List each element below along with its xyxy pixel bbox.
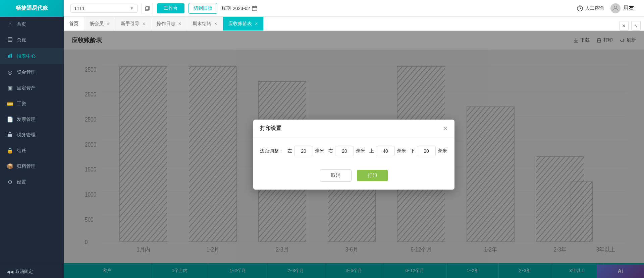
sidebar-label-capital: 资金管理 xyxy=(17,69,36,75)
svg-rect-2 xyxy=(252,6,257,11)
modal-body: 边距调整： 左 毫米 右 毫米 xyxy=(253,138,454,164)
tax-icon: 🏛 xyxy=(7,132,13,138)
collapse-icon: ◀◀ xyxy=(7,269,13,274)
svg-rect-13 xyxy=(9,55,10,58)
tab-guide-close[interactable]: ✕ xyxy=(142,21,146,26)
capital-icon: ◎ xyxy=(7,69,13,75)
bottom-unit-label: 毫米 xyxy=(438,148,447,154)
main-layout: ⌂ 首页 总账 报表中心 xyxy=(0,17,644,278)
tab-member[interactable]: 畅会员 ✕ xyxy=(84,17,115,30)
tab-period-end-close[interactable]: ✕ xyxy=(214,21,217,26)
tab-close-all-button[interactable]: ✕ xyxy=(619,21,629,30)
left-direction-label: 左 xyxy=(287,148,292,154)
margin-row-label: 边距调整： xyxy=(260,148,283,154)
payroll-icon: 💳 xyxy=(7,100,13,107)
sidebar-item-assets[interactable]: ▣ 固定资产 xyxy=(0,80,64,96)
margin-right-group: 右 毫米 xyxy=(328,146,365,156)
tab-guide-label: 新手引导 xyxy=(121,21,140,27)
home-icon: ⌂ xyxy=(7,21,13,27)
sidebar: ⌂ 首页 总账 报表中心 xyxy=(0,17,64,278)
workbench-button[interactable]: 工作台 xyxy=(157,3,184,13)
modal-title: 打印设置 xyxy=(260,125,281,132)
bottom-direction-label: 下 xyxy=(410,148,415,154)
tab-ar-aging-label: 应收账龄表 xyxy=(228,21,252,27)
company-name: 1111 xyxy=(74,6,127,11)
tab-home-label: 首页 xyxy=(69,21,78,27)
svg-rect-9 xyxy=(8,38,12,42)
top-margin-input[interactable] xyxy=(376,146,395,156)
tab-ar-aging-close[interactable]: ✕ xyxy=(255,21,258,26)
settings-icon: ⚙ xyxy=(7,179,13,185)
right-direction-label: 右 xyxy=(328,148,333,154)
assets-icon: ▣ xyxy=(7,85,13,91)
svg-point-8 xyxy=(614,6,617,9)
header-right: 人工咨询 用友 xyxy=(577,3,644,13)
sidebar-item-home[interactable]: ⌂ 首页 xyxy=(0,17,64,32)
invoice-icon: 📄 xyxy=(7,116,13,123)
tab-guide[interactable]: 新手引导 ✕ xyxy=(115,17,151,30)
tabs-right: ✕ ⤡ xyxy=(616,21,644,30)
svg-point-7 xyxy=(580,10,580,10)
tab-oplog[interactable]: 操作日志 ✕ xyxy=(151,17,187,30)
copy-button[interactable] xyxy=(142,3,153,14)
sidebar-label-tax: 税务管理 xyxy=(17,132,36,138)
tab-expand-button[interactable]: ⤡ xyxy=(631,21,641,30)
sidebar-label-archive: 归档管理 xyxy=(17,163,36,169)
archive-icon: 📦 xyxy=(7,163,13,169)
consult-button[interactable]: 人工咨询 xyxy=(577,5,604,11)
sidebar-label-home: 首页 xyxy=(17,21,26,27)
print-settings-dialog: 打印设置 ✕ 边距调整： 左 毫米 右 xyxy=(253,120,454,190)
collapse-label: 取消固定 xyxy=(15,269,33,275)
tab-period-end[interactable]: 期末结转 ✕ xyxy=(187,17,223,30)
period-label: 账期 2023-02 xyxy=(221,5,257,11)
svg-rect-14 xyxy=(11,54,12,58)
header-middle: 1111 ▼ 工作台 切到旧版 账期 2023-02 xyxy=(64,3,577,14)
company-selector[interactable]: 1111 ▼ xyxy=(70,4,138,13)
margin-row: 边距调整： 左 毫米 右 毫米 xyxy=(260,146,448,156)
report-icon xyxy=(7,53,13,60)
svg-rect-12 xyxy=(8,56,9,58)
sidebar-item-payroll[interactable]: 💳 工资 xyxy=(0,96,64,112)
right-margin-input[interactable] xyxy=(335,146,354,156)
sidebar-label-assets: 固定资产 xyxy=(17,85,36,91)
cancel-button[interactable]: 取消 xyxy=(320,169,352,182)
margin-top-group: 上 毫米 xyxy=(369,146,406,156)
user-area[interactable]: 用友 xyxy=(610,3,634,13)
collapse-sidebar-button[interactable]: ◀◀ 取消固定 xyxy=(0,265,64,278)
tab-period-end-label: 期末结转 xyxy=(193,21,211,27)
sidebar-item-ledger[interactable]: 总账 xyxy=(0,32,64,48)
tab-member-label: 畅会员 xyxy=(90,21,104,27)
sidebar-item-close[interactable]: 🔒 结账 xyxy=(0,143,64,158)
modal-overlay: 打印设置 ✕ 边距调整： 左 毫米 右 xyxy=(64,31,644,278)
left-unit-label: 毫米 xyxy=(315,148,324,154)
tab-oplog-label: 操作日志 xyxy=(157,21,175,27)
sidebar-item-archive[interactable]: 📦 归档管理 xyxy=(0,158,64,174)
print-confirm-button[interactable]: 打印 xyxy=(357,170,388,181)
left-margin-input[interactable] xyxy=(294,146,313,156)
bottom-margin-input[interactable] xyxy=(417,146,436,156)
modal-footer: 取消 打印 xyxy=(253,164,454,190)
user-label: 用友 xyxy=(623,5,634,12)
sidebar-label-ledger: 总账 xyxy=(17,37,26,43)
content-area: 首页 畅会员 ✕ 新手引导 ✕ 操作日志 ✕ 期末结转 ✕ 应收账龄表 ✕ xyxy=(64,17,644,278)
right-unit-label: 毫米 xyxy=(356,148,365,154)
switch-version-button[interactable]: 切到旧版 xyxy=(189,3,217,14)
ledger-icon xyxy=(7,37,13,44)
tab-ar-aging[interactable]: 应收账龄表 ✕ xyxy=(223,17,264,30)
sidebar-item-report[interactable]: 报表中心 xyxy=(0,48,64,64)
modal-close-button[interactable]: ✕ xyxy=(443,125,448,132)
sidebar-label-payroll: 工资 xyxy=(17,101,26,107)
consult-label: 人工咨询 xyxy=(585,5,604,11)
sidebar-item-tax[interactable]: 🏛 税务管理 xyxy=(0,127,64,143)
sidebar-item-capital[interactable]: ◎ 资金管理 xyxy=(0,64,64,80)
modal-header: 打印设置 ✕ xyxy=(253,120,454,138)
logo-text: 畅捷通易代账 xyxy=(16,5,48,12)
sidebar-label-report: 报表中心 xyxy=(17,53,36,59)
tab-member-close[interactable]: ✕ xyxy=(106,21,110,26)
sidebar-item-settings[interactable]: ⚙ 设置 xyxy=(0,174,64,190)
top-header: 畅捷通易代账 1111 ▼ 工作台 切到旧版 账期 2023-02 xyxy=(0,0,644,17)
close-account-icon: 🔒 xyxy=(7,147,13,154)
tab-home[interactable]: 首页 xyxy=(64,17,84,30)
tab-oplog-close[interactable]: ✕ xyxy=(178,21,181,26)
sidebar-item-invoice[interactable]: 📄 发票管理 xyxy=(0,112,64,127)
